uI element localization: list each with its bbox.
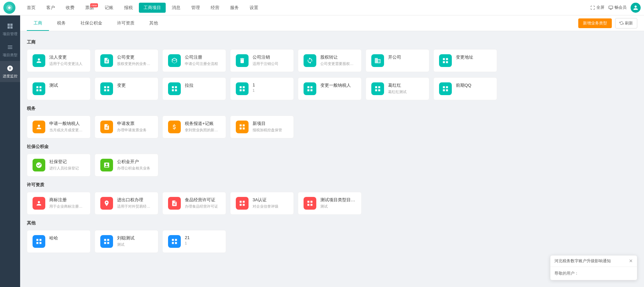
- card-icon-dizhi: [439, 54, 452, 67]
- svg-rect-20: [240, 89, 242, 91]
- svg-rect-7: [40, 89, 42, 91]
- card-faren-biangeng[interactable]: 法人变更 适用于公司变更法人: [27, 49, 91, 72]
- card-biangeng-dizhi[interactable]: 变更地址: [433, 49, 497, 72]
- card-liucong-ceshi[interactable]: 刘聪测试 测试: [95, 230, 158, 253]
- card-title-shangbiao: 商标注册: [49, 197, 85, 203]
- nav-home[interactable]: 首页: [22, 3, 40, 13]
- card-icon-gehonghong: [371, 82, 384, 95]
- card-biangeng2[interactable]: 变更: [95, 77, 158, 100]
- card-21[interactable]: 21 1: [162, 230, 226, 253]
- tabs-area: 工商 税务 社保公积金 许可资质 其他 新增业务类型 刷新: [20, 15, 644, 31]
- sidebar-project-manage[interactable]: 项目管理: [0, 19, 20, 40]
- card-title-zhuce: 公司注册: [185, 54, 220, 60]
- card-desc-shangbiao: 用于企业商标注册服务: [49, 204, 85, 209]
- card-icon-haha: [33, 235, 45, 248]
- svg-rect-40: [240, 204, 242, 206]
- card-title-gongjijin: 公积金开户: [117, 159, 153, 165]
- card-desc-one: 1: [253, 88, 288, 92]
- card-gehonghong[interactable]: 葛红红 葛红红测试: [366, 77, 429, 100]
- tab-gongshang[interactable]: 工商: [27, 15, 49, 31]
- card-title-xinxiangmu: 新项目: [253, 121, 288, 127]
- tab-shebao[interactable]: 社保公积金: [74, 15, 109, 31]
- tab-shuiwu[interactable]: 税务: [50, 15, 72, 31]
- card-desc-zhuce: 申请公司注册全流程: [185, 61, 220, 66]
- nav-operation[interactable]: 经营: [206, 3, 224, 13]
- card-icon-gongsi-bg: [100, 54, 113, 67]
- card-icon-ceshi-xuke: [304, 197, 316, 210]
- nav-tickets[interactable]: 票据 new: [80, 3, 99, 13]
- card-kai-gongsi[interactable]: 开公司: [366, 49, 429, 72]
- nav-customer[interactable]: 客户: [42, 3, 60, 13]
- nav-message[interactable]: 消息: [167, 3, 185, 13]
- nav-manage[interactable]: 管理: [186, 3, 205, 13]
- card-shuiwu-baodao[interactable]: 税务报道+记账 拿到营业执照的新公司: [162, 116, 226, 138]
- card-shebao-dengji[interactable]: 社保登记 进行人员社保登记: [27, 154, 91, 176]
- card-title-21: 21: [185, 235, 220, 240]
- svg-rect-56: [172, 242, 174, 244]
- fullscreen-btn[interactable]: 全屏: [590, 5, 604, 10]
- card-info-zhuce: 公司注册 申请公司注册全流程: [185, 54, 220, 66]
- nav-settings[interactable]: 设置: [245, 3, 263, 13]
- card-ceshi-xuke[interactable]: 测试项目类型目定义 测试: [298, 192, 362, 215]
- member-btn[interactable]: 畅会员: [608, 5, 627, 10]
- card-icon-shebao-dengji: [33, 159, 45, 171]
- svg-rect-22: [311, 86, 313, 88]
- notification-close-button[interactable]: ✕: [629, 258, 633, 264]
- card-icon-one: [236, 82, 249, 95]
- svg-rect-23: [311, 89, 313, 91]
- user-avatar[interactable]: [631, 3, 641, 13]
- card-gongsi-zhuxiao[interactable]: 公司注销 适用于注销公司: [230, 49, 294, 72]
- card-desc-jinchukou: 适用于对外贸易经营者: [117, 204, 153, 209]
- card-desc-3a: 对企业信誉评级: [253, 204, 288, 209]
- card-title-biangeng2: 变更: [117, 82, 153, 88]
- card-shenqing-納税人[interactable]: 申请一般纳税人 当月或次月成变更完成: [27, 116, 91, 138]
- card-title-shenqing-納税人: 申请一般纳税人: [49, 121, 85, 127]
- card-icon-3a: [236, 197, 249, 210]
- card-biangeng-納税人[interactable]: 变更一般纳税人: [298, 77, 362, 100]
- card-icon-shipin: [168, 197, 181, 210]
- card-title-liucong: 刘聪测试: [117, 235, 153, 241]
- card-title-dizhi: 变更地址: [456, 54, 491, 60]
- card-haha[interactable]: 哈哈: [27, 230, 91, 253]
- card-title-qianqiQQ: 前期QQ: [456, 82, 491, 88]
- card-guquan[interactable]: 股权转让 公司变更需要股权转让: [298, 49, 362, 72]
- svg-rect-12: [104, 89, 106, 91]
- add-business-type-button[interactable]: 新增业务类型: [578, 18, 612, 28]
- sidebar-progress-monitor[interactable]: 进度监控: [0, 61, 20, 82]
- section-title-gongshang: 工商: [27, 39, 637, 45]
- section-title-shuiwu: 税务: [27, 105, 637, 112]
- card-xinxiangmu[interactable]: 新项目 报税加税控盘保管: [230, 116, 294, 138]
- notification-header: 河北税务数字账户升级影响通知 ✕: [550, 256, 637, 267]
- nav-bizproject[interactable]: 工商项目: [139, 3, 166, 13]
- card-3a-renzheng[interactable]: 3A认证 对企业信誉评级: [230, 192, 294, 215]
- card-qianqiQQ[interactable]: 前期QQ: [433, 77, 497, 100]
- svg-rect-17: [240, 86, 242, 88]
- nav-billing[interactable]: 收费: [61, 3, 79, 13]
- card-title-faren: 法人变更: [49, 54, 85, 60]
- card-icon-lala: [168, 82, 181, 95]
- card-ceshi[interactable]: 测试: [27, 77, 91, 100]
- svg-rect-14: [175, 86, 177, 88]
- refresh-button[interactable]: 刷新: [615, 18, 637, 28]
- card-shenqing-fapiao[interactable]: 申请发票 办理申请发票业务: [95, 116, 158, 138]
- nav-accounting[interactable]: 记账: [100, 3, 118, 13]
- card-desc-gongsi-bg: 股权变更外的业务变更: [117, 61, 153, 66]
- card-title-gongsi-bg: 公司变更: [117, 54, 153, 60]
- nav-service[interactable]: 服务: [225, 3, 244, 13]
- card-shangbiao-zhuce[interactable]: 商标注册 用于企业商标注册服务: [27, 192, 91, 215]
- card-desc-ceshi-xuke: 测试: [320, 204, 356, 209]
- card-gongsi-zhuce[interactable]: 公司注册 申请公司注册全流程: [162, 49, 226, 72]
- card-shipin-xuke[interactable]: 食品经营许可证 办理食品经营许可证: [162, 192, 226, 215]
- tab-qita[interactable]: 其他: [143, 15, 165, 31]
- card-lala[interactable]: 拉拉: [162, 77, 226, 100]
- card-gongsi-biangeng[interactable]: 公司变更 股权变更外的业务变更: [95, 49, 158, 72]
- card-one[interactable]: 1 1: [230, 77, 294, 100]
- card-icon-ceshi: [33, 82, 45, 95]
- sidebar-project-type[interactable]: 项目类型: [0, 40, 20, 61]
- card-gongjijin-kaihu[interactable]: 公积金开户 办理公积金相关业务: [95, 154, 158, 176]
- nav-tax[interactable]: 报税: [119, 3, 138, 13]
- card-desc-guquan: 公司变更需要股权转让: [320, 61, 356, 66]
- tab-xuke[interactable]: 许可资质: [110, 15, 141, 31]
- member-label: 畅会员: [614, 5, 627, 10]
- card-jinchukouquan[interactable]: 进出口权办理 适用于对外贸易经营者: [95, 192, 158, 215]
